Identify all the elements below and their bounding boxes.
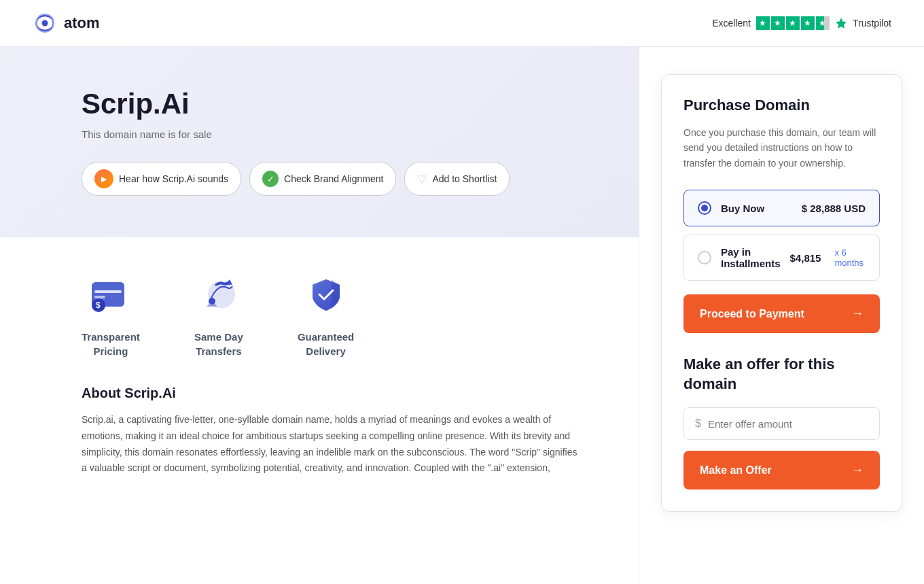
trustpilot-badge: Excellent ★ ★ ★ ★ ★ Trustpilot [712, 16, 891, 30]
check-brand-button[interactable]: ✓ Check Brand Alignment [249, 162, 396, 196]
hear-sounds-label: Hear how Scrip.Ai sounds [119, 173, 228, 184]
star-1: ★ [756, 16, 770, 30]
same-day-transfers-label: Same DayTransfers [194, 330, 243, 358]
atom-logo-icon [33, 11, 57, 35]
make-offer-label: Make an Offer [700, 464, 772, 477]
svg-rect-4 [94, 290, 122, 293]
proceed-label: Proceed to Payment [700, 308, 804, 320]
installments-radio [698, 251, 711, 264]
main-layout: Scrip.Ai This domain name is for sale ▶ … [0, 47, 924, 581]
about-section: About Scrip.Ai Scrip.ai, a captivating f… [0, 385, 639, 504]
svg-rect-5 [94, 296, 105, 298]
proceed-arrow-icon: → [851, 307, 864, 321]
logo-text: atom [64, 14, 100, 32]
installments-note: x 6 months [834, 247, 866, 268]
offer-title: Make an offer for this domain [683, 355, 880, 394]
transparent-pricing-icon: $ [86, 270, 135, 319]
same-day-transfers-icon [194, 270, 243, 319]
svg-point-0 [42, 20, 48, 27]
feature-same-day-transfers: Same DayTransfers [194, 270, 243, 358]
feature-guaranteed-delivery: GuaranteedDelivery [298, 270, 354, 358]
proceed-to-payment-button[interactable]: Proceed to Payment → [683, 294, 880, 333]
features-section: $ TransparentPricing Same DayTransfer [0, 237, 639, 385]
trustpilot-label: Trustpilot [853, 18, 891, 29]
trustpilot-stars: ★ ★ ★ ★ ★ [756, 16, 830, 30]
header: atom Excellent ★ ★ ★ ★ ★ Trustpilot [0, 0, 924, 47]
installments-option[interactable]: Pay in Installments $4,815 x 6 months [683, 235, 880, 281]
buy-now-radio-dot [701, 205, 708, 211]
about-text: Scrip.ai, a captivating five-letter, one… [82, 412, 584, 477]
add-shortlist-button[interactable]: ♡ Add to Shortlist [404, 162, 510, 196]
star-5: ★ [816, 16, 830, 30]
trustpilot-logo-icon [835, 17, 847, 29]
star-3: ★ [786, 16, 800, 30]
installments-label: Pay in Installments [721, 246, 781, 269]
check-brand-label: Check Brand Alignment [284, 173, 383, 184]
offer-input-wrapper: $ [683, 407, 880, 440]
domain-subtitle: This domain name is for sale [82, 128, 584, 140]
svg-text:$: $ [96, 300, 101, 310]
play-icon: ▶ [94, 169, 113, 188]
trustpilot-excellent: Excellent [712, 18, 751, 29]
purchase-desc: Once you purchase this domain, our team … [683, 125, 880, 171]
about-title: About Scrip.Ai [82, 385, 584, 401]
add-shortlist-label: Add to Shortlist [432, 173, 497, 184]
buy-now-label: Buy Now [721, 203, 792, 214]
make-offer-button[interactable]: Make an Offer → [683, 451, 880, 489]
make-offer-arrow-icon: → [851, 463, 864, 477]
svg-marker-1 [836, 18, 847, 29]
purchase-title: Purchase Domain [683, 97, 880, 114]
check-icon: ✓ [262, 171, 279, 187]
domain-title: Scrip.Ai [82, 88, 584, 120]
dollar-sign-icon: $ [695, 417, 701, 430]
offer-amount-input[interactable] [708, 418, 868, 430]
right-panel: Purchase Domain Once you purchase this d… [639, 47, 924, 581]
hear-sounds-button[interactable]: ▶ Hear how Scrip.Ai sounds [82, 162, 241, 196]
guaranteed-delivery-icon [302, 270, 351, 319]
heart-icon: ♡ [417, 173, 427, 186]
hero-section: Scrip.Ai This domain name is for sale ▶ … [0, 47, 639, 237]
guaranteed-delivery-label: GuaranteedDelivery [298, 330, 354, 358]
buy-now-price: $ 28,888 USD [802, 203, 866, 214]
buy-now-radio [698, 201, 711, 215]
star-2: ★ [771, 16, 785, 30]
installments-price: $4,815 [790, 252, 821, 264]
action-buttons: ▶ Hear how Scrip.Ai sounds ✓ Check Brand… [82, 162, 584, 196]
star-4: ★ [801, 16, 815, 30]
purchase-card: Purchase Domain Once you purchase this d… [661, 74, 902, 512]
feature-transparent-pricing: $ TransparentPricing [82, 270, 140, 358]
buy-now-option[interactable]: Buy Now $ 28,888 USD [683, 190, 880, 226]
logo: atom [33, 11, 100, 35]
transparent-pricing-label: TransparentPricing [82, 330, 140, 358]
left-content: Scrip.Ai This domain name is for sale ▶ … [0, 47, 639, 581]
